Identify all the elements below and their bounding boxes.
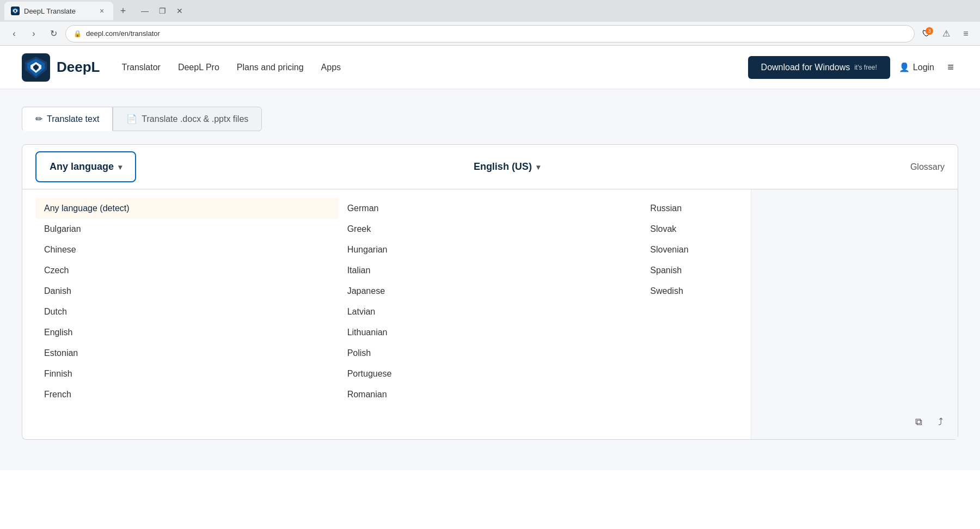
browser-titlebar: DeepL Translate × + — ❐ ✕ [0, 0, 980, 22]
browser-tab-deepl[interactable]: DeepL Translate × [4, 2, 113, 20]
toolbar-right: 🛡 3 ⚠ ≡ [919, 26, 973, 41]
person-icon: 👤 [899, 62, 910, 72]
download-btn-label: Download for Windows [761, 63, 850, 72]
browser-menu-btn[interactable]: ≡ [958, 26, 973, 41]
lang-item-danish[interactable]: Danish [35, 281, 339, 302]
lock-icon: 🔒 [74, 30, 82, 38]
header-actions: Download for Windows it's free! 👤 Login … [748, 56, 958, 79]
lang-column-2: German Greek Hungarian Italian Japanese [339, 198, 642, 426]
site-header: DeepL Translator DeepL Pro Plans and pri… [0, 46, 980, 89]
warning-icon[interactable]: ⚠ [939, 26, 954, 41]
lang-item-english[interactable]: English [35, 322, 339, 343]
browser-toolbar: ‹ › ↻ 🔒 deepl.com/en/translator 🛡 3 ⚠ ≡ [0, 22, 980, 46]
lang-item-chinese[interactable]: Chinese [35, 239, 339, 260]
glossary-label: Glossary [910, 162, 945, 171]
logo-icon [22, 53, 50, 82]
lang-item-polish[interactable]: Polish [339, 343, 642, 364]
pen-icon: ✏ [35, 114, 42, 124]
deepl-favicon [11, 7, 20, 15]
file-icon: 📄 [126, 114, 137, 124]
lang-item-hungarian[interactable]: Hungarian [339, 239, 642, 260]
target-lang-btn[interactable]: English (US) ▾ [474, 161, 540, 173]
back-btn[interactable]: ‹ [7, 26, 22, 41]
source-lang-label: Any language [50, 161, 114, 173]
tab-text-label: Translate text [47, 114, 99, 124]
forward-btn[interactable]: › [26, 26, 41, 41]
source-lang-chevron: ▾ [118, 163, 122, 171]
lang-item-bulgarian[interactable]: Bulgarian [35, 219, 339, 239]
reload-btn[interactable]: ↻ [46, 26, 61, 41]
source-lang-btn[interactable]: Any language ▾ [35, 151, 136, 182]
browser-window: DeepL Translate × + — ❐ ✕ ‹ › ↻ 🔒 deepl.… [0, 0, 980, 529]
tab-title: DeepL Translate [24, 7, 76, 15]
login-label: Login [913, 63, 934, 72]
lang-item-japanese[interactable]: Japanese [339, 281, 642, 302]
tab-translate-text[interactable]: ✏ Translate text [22, 107, 113, 131]
nav-deepl-pro[interactable]: DeepL Pro [178, 58, 219, 77]
glossary-btn[interactable]: Glossary [910, 162, 945, 172]
translator-container: ✏ Translate text 📄 Translate .docx & .pp… [0, 89, 980, 470]
lang-item-german[interactable]: German [339, 198, 642, 219]
brave-badge: 3 [926, 27, 933, 35]
lang-item-romanian[interactable]: Romanian [339, 384, 642, 405]
lang-item-estonian[interactable]: Estonian [35, 343, 339, 364]
lang-item-greek[interactable]: Greek [339, 219, 642, 239]
header-menu-btn[interactable]: ≡ [943, 60, 958, 75]
lang-item-portuguese[interactable]: Portuguese [339, 364, 642, 384]
header-nav: Translator DeepL Pro Plans and pricing A… [121, 58, 748, 77]
tab-files-label: Translate .docx & .pptx files [142, 114, 248, 124]
copy-icon[interactable]: ⧉ [910, 413, 927, 430]
nav-translator[interactable]: Translator [121, 58, 160, 77]
deepl-logo[interactable]: DeepL [22, 53, 100, 82]
dropdown-right-panel [751, 189, 958, 439]
nav-apps[interactable]: Apps [321, 58, 341, 77]
translation-panel: Any language ▾ English (US) ▾ Glossary [22, 144, 958, 440]
page-content: DeepL Translator DeepL Pro Plans and pri… [0, 46, 980, 529]
download-btn[interactable]: Download for Windows it's free! [748, 56, 890, 79]
url-text: deepl.com/en/translator [86, 29, 160, 38]
copy-share-area: ⧉ ⤴ [910, 413, 949, 430]
brave-shield-icon[interactable]: 🛡 3 [919, 26, 934, 41]
lang-item-french[interactable]: French [35, 384, 339, 405]
lang-item-czech[interactable]: Czech [35, 260, 339, 281]
translator-tabs: ✏ Translate text 📄 Translate .docx & .pp… [22, 107, 958, 131]
lang-item-lithuanian[interactable]: Lithuanian [339, 322, 642, 343]
target-lang-chevron: ▾ [536, 163, 540, 171]
login-btn[interactable]: 👤 Login [899, 62, 934, 72]
address-bar[interactable]: 🔒 deepl.com/en/translator [65, 25, 915, 42]
lang-item-latvian[interactable]: Latvian [339, 302, 642, 322]
target-lang-label: English (US) [474, 161, 532, 173]
maximize-btn[interactable]: ❐ [155, 3, 170, 19]
tab-close-btn[interactable]: × [97, 6, 107, 16]
lang-item-any[interactable]: Any language (detect) [35, 198, 339, 219]
nav-plans-pricing[interactable]: Plans and pricing [237, 58, 304, 77]
window-controls: — ❐ ✕ [137, 3, 187, 19]
lang-item-finnish[interactable]: Finnish [35, 364, 339, 384]
logo-text: DeepL [57, 59, 100, 76]
download-btn-free: it's free! [854, 64, 877, 71]
lang-item-italian[interactable]: Italian [339, 260, 642, 281]
tab-translate-files[interactable]: 📄 Translate .docx & .pptx files [113, 107, 262, 131]
language-dropdown: Any language (detect) Bulgarian Chinese … [22, 189, 958, 440]
lang-item-dutch[interactable]: Dutch [35, 302, 339, 322]
lang-selector-bar: Any language ▾ English (US) ▾ Glossary [22, 144, 958, 189]
new-tab-btn[interactable]: + [115, 3, 131, 19]
share-icon[interactable]: ⤴ [932, 413, 949, 430]
minimize-btn[interactable]: — [137, 3, 152, 19]
lang-column-1: Any language (detect) Bulgarian Chinese … [35, 198, 339, 426]
close-btn[interactable]: ✕ [172, 3, 187, 19]
